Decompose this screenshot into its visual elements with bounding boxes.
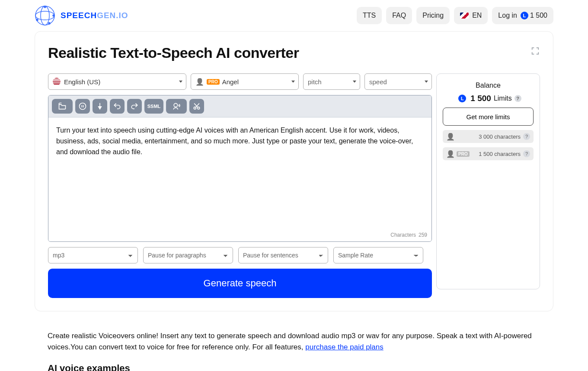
chevron-down-icon bbox=[353, 81, 356, 83]
pro-badge: PRO bbox=[457, 151, 470, 157]
svg-point-6 bbox=[48, 22, 50, 24]
limit-row-pro: 👤 PRO 1 500 characters ? bbox=[443, 147, 534, 160]
help-icon[interactable]: ? bbox=[523, 150, 530, 157]
logo[interactable]: SPEECHGEN.IO bbox=[35, 5, 128, 26]
chevron-down-icon bbox=[291, 81, 295, 83]
avatar-icon: 👤 bbox=[446, 150, 455, 158]
pause-paragraph-select[interactable]: Pause for paragraphs bbox=[143, 247, 233, 263]
char-count: 259 bbox=[419, 232, 427, 238]
page-title: Realistic Text-to-Speech AI converter bbox=[48, 44, 540, 61]
sample-rate-select[interactable]: Sample Rate bbox=[333, 247, 423, 263]
pitch-select[interactable]: pitch bbox=[303, 73, 360, 90]
svg-point-2 bbox=[41, 6, 49, 25]
limit-row-free: 👤 3 000 characters ? bbox=[443, 130, 534, 143]
pitch-select-label: pitch bbox=[308, 78, 322, 86]
logo-text: SPEECHGEN.IO bbox=[61, 11, 128, 20]
format-select[interactable]: mp3 bbox=[48, 247, 138, 263]
top-nav: TTS FAQ Pricing EN Log in L 1 500 bbox=[357, 7, 553, 24]
open-file-button[interactable] bbox=[52, 99, 73, 114]
examples-heading: AI voice examples bbox=[48, 363, 553, 371]
limit-free-text: 3 000 characters bbox=[479, 133, 521, 140]
svg-point-1 bbox=[35, 11, 54, 20]
purchase-link[interactable]: purchase the paid plans bbox=[305, 343, 383, 351]
nav-language-label: EN bbox=[472, 12, 482, 19]
voice-preview-button[interactable] bbox=[166, 99, 187, 114]
nav-language[interactable]: EN bbox=[454, 7, 488, 24]
speed-select[interactable]: speed bbox=[364, 73, 432, 90]
chevron-down-icon bbox=[425, 81, 428, 83]
login-credits: 1 500 bbox=[530, 12, 547, 19]
nav-pricing[interactable]: Pricing bbox=[416, 7, 450, 24]
svg-point-5 bbox=[36, 19, 38, 21]
generate-button[interactable]: Generate speech bbox=[48, 269, 432, 298]
voice-select[interactable]: 👤 PRO Angel bbox=[191, 73, 299, 90]
output-options: mp3 Pause for paragraphs Pause for sente… bbox=[48, 247, 432, 263]
pause-button[interactable] bbox=[75, 99, 90, 114]
nav-faq[interactable]: FAQ bbox=[386, 7, 412, 24]
emphasis-button[interactable] bbox=[93, 99, 107, 114]
redo-button[interactable] bbox=[127, 99, 142, 114]
text-input[interactable] bbox=[48, 117, 431, 241]
ssml-button[interactable]: SSML bbox=[144, 99, 163, 114]
balance-panel: Balance L 1 500 Limits ? Get more limits… bbox=[436, 73, 540, 289]
nav-login[interactable]: Log in L 1 500 bbox=[492, 7, 553, 24]
uk-flag-icon bbox=[460, 13, 469, 19]
pro-badge: PRO bbox=[207, 79, 220, 85]
svg-point-3 bbox=[44, 6, 46, 8]
credit-badge-icon: L bbox=[521, 12, 528, 19]
balance-amount-row: L 1 500 Limits ? bbox=[455, 94, 521, 103]
logo-icon bbox=[35, 5, 55, 26]
nav-tts[interactable]: TTS bbox=[357, 7, 382, 24]
language-select[interactable]: English (US) bbox=[48, 73, 186, 90]
fullscreen-button[interactable] bbox=[530, 46, 540, 56]
balance-amount: 1 500 bbox=[470, 94, 491, 103]
main-card: Realistic Text-to-Speech AI converter En… bbox=[35, 31, 553, 311]
help-icon[interactable]: ? bbox=[514, 95, 521, 102]
help-icon[interactable]: ? bbox=[523, 133, 530, 140]
login-label: Log in bbox=[498, 12, 517, 19]
undo-button[interactable] bbox=[110, 99, 125, 114]
balance-title: Balance bbox=[476, 82, 501, 89]
speed-select-label: speed bbox=[369, 78, 387, 86]
editor-toolbar: SSML bbox=[48, 95, 431, 117]
credit-badge-icon: L bbox=[458, 95, 466, 102]
description-text: Create realistic Voiceovers online! Inse… bbox=[48, 332, 532, 351]
avatar-icon: 👤 bbox=[446, 133, 455, 141]
limits-label: Limits bbox=[494, 95, 512, 102]
chevron-down-icon bbox=[179, 81, 182, 83]
voice-selectors: English (US) 👤 PRO Angel pitch speed bbox=[48, 73, 432, 90]
svg-point-7 bbox=[80, 103, 86, 110]
us-flag-icon bbox=[53, 78, 61, 86]
avatar-icon: 👤 bbox=[195, 78, 204, 86]
editor: SSML Characters 259 bbox=[48, 95, 432, 242]
svg-point-0 bbox=[35, 6, 54, 25]
svg-point-4 bbox=[53, 15, 54, 16]
pause-sentence-select[interactable]: Pause for sentences bbox=[238, 247, 328, 263]
limit-pro-text: 1 500 characters bbox=[479, 151, 521, 157]
description: Create realistic Voiceovers online! Inse… bbox=[48, 330, 540, 353]
header: SPEECHGEN.IO TTS FAQ Pricing EN Log in L… bbox=[0, 0, 588, 26]
editor-column: English (US) 👤 PRO Angel pitch speed bbox=[48, 73, 432, 298]
cut-button[interactable] bbox=[189, 99, 204, 114]
voice-select-label: Angel bbox=[222, 78, 239, 86]
char-label: Characters bbox=[390, 232, 416, 238]
svg-point-8 bbox=[174, 103, 177, 107]
language-select-label: English (US) bbox=[64, 78, 100, 86]
get-more-limits-button[interactable]: Get more limits bbox=[443, 108, 534, 126]
